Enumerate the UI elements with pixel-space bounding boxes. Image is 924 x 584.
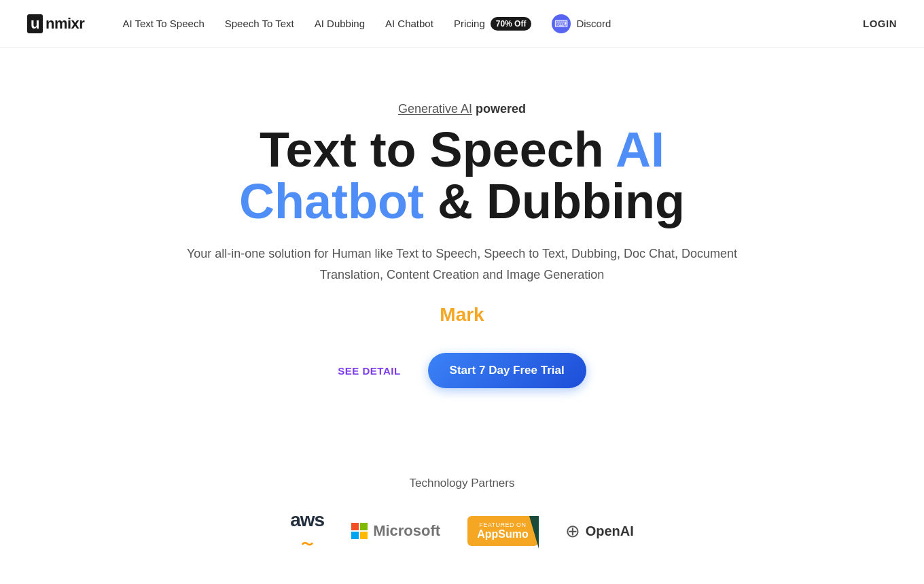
nav-item-discord[interactable]: ⌨ Discord [552, 14, 611, 33]
discord-label: Discord [576, 18, 611, 29]
partner-appsumo: FEATURED ON AppSumo [467, 516, 538, 546]
logo[interactable]: unmixr [27, 14, 84, 33]
hero-actions: SEE DETAIL Start 7 Day Free Trial [183, 353, 741, 388]
nav-item-ai-chatbot[interactable]: AI Chatbot [385, 18, 433, 29]
pricing-badge: 70% Off [491, 17, 532, 31]
cta-button[interactable]: Start 7 Day Free Trial [428, 353, 586, 388]
partners-logos: aws 〜 Microsoft FEATURED ON AppSumo ⊕ Op… [27, 509, 897, 553]
microsoft-text: Microsoft [373, 522, 440, 540]
appsumo-content: FEATURED ON AppSumo [477, 521, 529, 540]
partners-section: Technology Partners aws 〜 Microsoft FEAT… [0, 477, 924, 584]
microsoft-grid-icon [351, 523, 368, 539]
appsumo-bookmark-icon [529, 516, 539, 549]
openai-symbol-icon: ⊕ [565, 521, 580, 542]
nav-item-ai-text-to-speech[interactable]: AI Text To Speech [122, 18, 204, 29]
nav-links: AI Text To Speech Speech To Text AI Dubb… [122, 14, 838, 33]
nav-item-speech-to-text[interactable]: Speech To Text [225, 18, 294, 29]
hero-username: Mark [183, 304, 741, 326]
hero-description: Your all-in-one solution for Human like … [183, 243, 741, 285]
discord-icon: ⌨ [552, 14, 571, 33]
nav-item-ai-dubbing[interactable]: AI Dubbing [315, 18, 365, 29]
navbar: unmixr AI Text To Speech Speech To Text … [0, 0, 924, 48]
nav-item-pricing[interactable]: Pricing [454, 18, 485, 29]
hero-title-part1: Text to Speech [260, 122, 616, 177]
partner-aws: aws 〜 [290, 509, 324, 553]
ms-cell-green [360, 523, 368, 530]
ms-cell-red [351, 523, 359, 530]
ms-cell-blue [351, 532, 359, 539]
partners-title: Technology Partners [27, 477, 897, 490]
appsumo-name-text: AppSumo [477, 528, 529, 540]
pricing-wrapper: Pricing 70% Off [454, 17, 532, 31]
hero-section: Generative AI powered Text to Speech AI … [156, 48, 768, 477]
appsumo-featured-label: FEATURED ON [477, 521, 529, 528]
partner-openai: ⊕ OpenAI [565, 521, 634, 542]
aws-text: aws [290, 509, 324, 531]
see-detail-link[interactable]: SEE DETAIL [338, 365, 400, 377]
hero-subtitle-plain: powered [472, 102, 526, 116]
hero-title: Text to Speech AI Chatbot & Dubbing [183, 124, 741, 227]
ms-cell-yellow [360, 532, 368, 539]
hero-title-part2: & Dubbing [424, 174, 685, 228]
openai-text: OpenAI [586, 523, 634, 539]
aws-smile-icon: 〜 [301, 536, 313, 553]
login-button[interactable]: LOGIN [863, 18, 897, 29]
hero-subtitle-underlined: Generative AI [398, 102, 472, 116]
hero-subtitle-row: Generative AI powered [183, 102, 741, 116]
partner-microsoft: Microsoft [351, 522, 440, 540]
